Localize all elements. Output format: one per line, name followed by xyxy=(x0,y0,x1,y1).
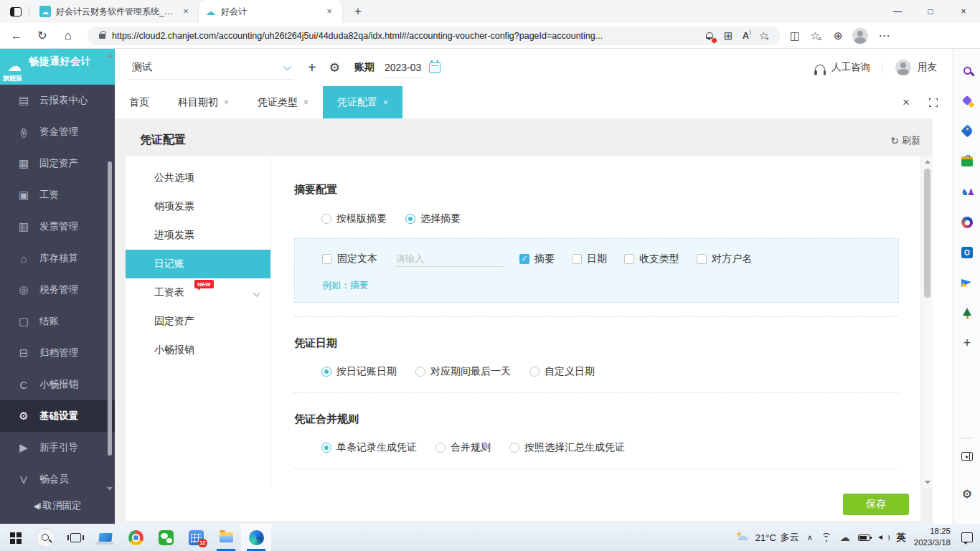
add-account-button[interactable] xyxy=(308,60,316,76)
sidebar-toggle-icon[interactable]: ▸ xyxy=(958,448,976,465)
volume-icon[interactable] xyxy=(878,533,889,542)
tab-close-icon[interactable] xyxy=(180,6,192,17)
add-favorite-icon[interactable] xyxy=(757,27,774,44)
file-explorer-icon[interactable] xyxy=(211,524,241,551)
collections-icon[interactable] xyxy=(834,29,843,42)
chevron-down-icon[interactable] xyxy=(253,289,260,296)
user-avatar[interactable] xyxy=(895,60,911,75)
submenu-item-purchase-invoice[interactable]: 进项发票 xyxy=(126,221,270,250)
radio-single-record[interactable] xyxy=(321,443,331,453)
sidebar-item-funds[interactable]: ¥资金管理 xyxy=(0,116,115,148)
sidebar-item-expense[interactable]: C小畅报销 xyxy=(0,369,115,400)
favorites-icon[interactable] xyxy=(810,29,824,42)
shopping-icon[interactable] xyxy=(958,122,976,139)
radio-summary-by-selection[interactable] xyxy=(509,443,519,453)
save-button[interactable]: 保存 xyxy=(843,494,909,515)
calendar-app-icon[interactable]: 12 xyxy=(181,524,211,551)
url-text[interactable]: https://cloud2.chanjet.com/accounting/uh… xyxy=(112,31,699,41)
checkbox-fixed-text[interactable] xyxy=(322,254,332,264)
reload-icon[interactable] xyxy=(33,27,52,45)
submenu-item-journal[interactable]: 日记账 xyxy=(126,250,270,278)
checkbox-summary[interactable] xyxy=(519,254,529,264)
support-link[interactable]: 人工咨询 xyxy=(831,61,870,74)
submenu-item-sales-invoice[interactable]: 销项发票 xyxy=(126,192,270,221)
radio-select-summary[interactable] xyxy=(405,214,415,224)
maximize-button[interactable]: □ xyxy=(914,0,947,23)
hidden-icons-chevron[interactable] xyxy=(807,533,813,542)
tree-icon[interactable] xyxy=(958,304,976,321)
checkbox-counterparty[interactable] xyxy=(697,254,707,264)
tab-voucher-type[interactable]: 凭证类型 xyxy=(243,86,323,118)
new-tab-button[interactable] xyxy=(349,3,367,20)
tab-close-icon[interactable] xyxy=(303,98,308,108)
radio-journal-date[interactable] xyxy=(321,367,331,377)
scrollbar-thumb[interactable] xyxy=(924,169,930,298)
tools-icon[interactable] xyxy=(958,154,976,171)
input-language[interactable]: 英 xyxy=(897,531,906,544)
tab-close-icon[interactable] xyxy=(224,98,229,108)
drop-icon[interactable] xyxy=(958,274,976,291)
sidebar-item-inventory[interactable]: ⌂库存核算 xyxy=(0,242,115,274)
weather-widget[interactable]: 21°C 多云 xyxy=(735,531,799,544)
battery-icon[interactable] xyxy=(858,534,870,541)
sidebar-item-beginner-guide[interactable]: ▶新手引导 xyxy=(0,432,115,463)
submenu-item-payroll-sheet[interactable]: 工资表 NEW xyxy=(126,278,270,307)
close-button[interactable]: × xyxy=(947,0,980,23)
checkbox-date[interactable] xyxy=(572,254,582,264)
sidebar-settings-icon[interactable] xyxy=(958,485,976,502)
scroll-up-icon[interactable] xyxy=(107,54,113,57)
browser-profile-avatar[interactable] xyxy=(852,28,868,44)
notification-bell-icon[interactable] xyxy=(701,27,718,44)
back-icon[interactable] xyxy=(7,27,26,45)
outlook-icon[interactable]: O xyxy=(958,244,976,261)
task-view-button[interactable] xyxy=(60,524,90,551)
games-icon[interactable]: ♞♟ xyxy=(958,184,976,201)
account-selector[interactable]: 测试 xyxy=(126,55,293,80)
tab-close-icon[interactable] xyxy=(324,6,335,17)
refresh-button[interactable]: 刷新 xyxy=(890,134,920,147)
tab-actions-icon[interactable] xyxy=(10,7,22,17)
radio-template-summary[interactable] xyxy=(321,214,331,224)
home-icon[interactable] xyxy=(59,27,77,45)
submenu-item-expense[interactable]: 小畅报销 xyxy=(126,336,270,364)
workspaces-icon[interactable] xyxy=(720,27,737,44)
lock-icon[interactable] xyxy=(99,34,105,39)
calendar-icon[interactable] xyxy=(429,62,440,73)
remote-desktop-icon[interactable] xyxy=(90,524,121,551)
sidebar-item-archive[interactable]: ⊟归档管理 xyxy=(0,337,115,369)
sidebar-item-basic-settings[interactable]: ⚙基础设置 xyxy=(0,400,115,432)
tab-account-opening[interactable]: 科目期初 xyxy=(164,86,243,118)
taskbar-search-button[interactable] xyxy=(30,524,60,551)
sidebar-item-fixed-assets[interactable]: ▦固定资产 xyxy=(0,148,115,179)
scroll-up-icon[interactable] xyxy=(925,160,930,164)
radio-custom-date[interactable] xyxy=(529,367,540,377)
tab-voucher-config[interactable]: 凭证配置 xyxy=(323,86,402,118)
wechat-icon[interactable] xyxy=(151,524,181,551)
fullscreen-icon[interactable] xyxy=(923,92,944,113)
read-aloud-icon[interactable] xyxy=(738,27,755,44)
unpin-sidebar-button[interactable]: 取消固定 xyxy=(0,494,115,518)
sidebar-item-closing[interactable]: ▢结账 xyxy=(0,306,115,337)
content-scrollbar[interactable] xyxy=(922,156,933,488)
microsoft365-icon[interactable] xyxy=(958,214,976,231)
address-bar[interactable]: https://cloud2.chanjet.com/accounting/uh… xyxy=(88,27,780,45)
chrome-icon[interactable] xyxy=(121,524,151,551)
notification-center-icon[interactable] xyxy=(961,532,973,542)
copilot-icon[interactable] xyxy=(958,92,976,109)
taskbar-clock[interactable]: 18:25 2023/3/18 xyxy=(914,526,951,548)
edge-icon[interactable] xyxy=(241,524,271,551)
close-all-tabs-icon[interactable] xyxy=(895,92,917,113)
account-settings-icon[interactable] xyxy=(329,60,340,75)
radio-merge-rule[interactable] xyxy=(435,443,446,453)
tab-home[interactable]: 首页 xyxy=(115,86,164,118)
split-screen-icon[interactable] xyxy=(790,29,800,42)
scroll-down-icon[interactable] xyxy=(925,481,930,484)
browser-menu-icon[interactable] xyxy=(878,29,890,42)
period-value[interactable]: 2023-03 xyxy=(382,57,424,78)
sidebar-item-tax[interactable]: ◎税务管理 xyxy=(0,274,115,306)
submenu-item-fixed-assets[interactable]: 固定资产 xyxy=(126,307,270,336)
wifi-icon[interactable] xyxy=(821,533,832,542)
checkbox-income-type[interactable] xyxy=(624,254,634,264)
submenu-item-common[interactable]: 公共选项 xyxy=(126,164,270,192)
start-button[interactable] xyxy=(0,524,30,551)
